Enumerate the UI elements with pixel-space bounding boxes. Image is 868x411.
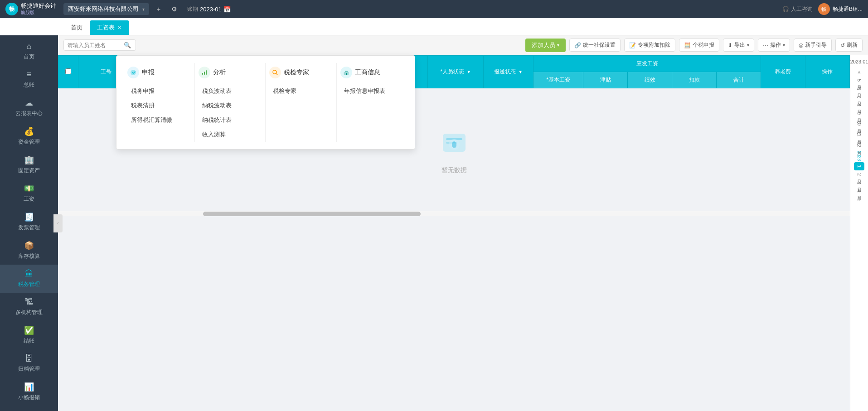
search-input[interactable]: [68, 42, 122, 48]
dropdown-item-tax-declaration[interactable]: 税务申报: [127, 84, 191, 98]
month-8[interactable]: 8月: [854, 101, 864, 109]
tax-dropdown-menu: 申报 税务申报 税表清册 所得税汇算清缴 分析 税负波动表 纳税波动表 纳税统计…: [116, 55, 415, 150]
dropdown-item-tax-stats[interactable]: 纳税统计表: [199, 113, 262, 127]
month-9[interactable]: 9月: [854, 109, 864, 117]
dropdown-item-tax-expert[interactable]: 税检专家: [269, 84, 333, 98]
dropdown-item-tax-form[interactable]: 税表清册: [127, 98, 191, 113]
tab-close-icon[interactable]: ✕: [117, 24, 122, 31]
report-icon: 📊: [24, 382, 34, 392]
month-2[interactable]: 2月: [854, 170, 864, 179]
export-button[interactable]: ⬇ 导出 ▾: [723, 39, 754, 52]
sidebar-item-fixed-assets[interactable]: 🏢 固定资产: [0, 150, 58, 179]
month-7[interactable]: 7月: [854, 92, 864, 101]
select-all-checkbox[interactable]: [65, 68, 71, 74]
user-avatar: 畅: [818, 3, 830, 15]
month-11[interactable]: 11月: [854, 128, 864, 139]
status-filter-icon[interactable]: ▼: [466, 69, 471, 74]
search-icon: 🔍: [124, 42, 131, 48]
dropdown-section-business: 工商信息 年报信息申报表: [337, 63, 408, 142]
special-deduction-icon: 📝: [629, 42, 636, 48]
multi-org-icon: 🏗: [25, 297, 33, 307]
month-6[interactable]: 6月: [854, 84, 864, 92]
right-panel-header: 2023.01: [850, 57, 868, 67]
sidebar-label-report: 小畅报销: [18, 394, 40, 401]
headset-icon: 🎧: [782, 6, 789, 12]
settings-button[interactable]: ⚙: [168, 3, 180, 15]
sidebar-item-home[interactable]: ⌂ 首页: [0, 37, 58, 65]
add-person-button[interactable]: 添加人员 ▾: [525, 39, 566, 52]
service-label: 人工咨询: [791, 5, 813, 13]
sidebar-label-closing: 结账: [24, 337, 34, 345]
search-wrap: 🔍: [63, 39, 136, 51]
sidebar-item-inventory[interactable]: 📦 库存核算: [0, 236, 58, 265]
sidebar-item-cloud-report[interactable]: ☁ 云报表中心: [0, 93, 58, 122]
calendar-icon[interactable]: 📅: [223, 6, 231, 13]
period-value: 2023-01: [200, 6, 222, 13]
sidebar-item-multi-org[interactable]: 🏗 多机构管理: [0, 293, 58, 321]
user-info[interactable]: 畅 畅捷通B组...: [818, 3, 863, 15]
svg-line-12: [276, 73, 277, 75]
scroll-down-button[interactable]: ▼: [855, 195, 863, 204]
month-12[interactable]: 12月: [854, 139, 864, 150]
sidebar-item-funds[interactable]: 💰 资金管理: [0, 122, 58, 150]
sidebar-item-invoices[interactable]: 🧾 发票管理: [0, 208, 58, 236]
tax-report-button[interactable]: 🧮 个税申报: [679, 39, 719, 52]
guide-button[interactable]: ◎ 新手引导: [794, 39, 832, 52]
dropdown-item-tax-burden[interactable]: 税负波动表: [199, 84, 262, 98]
svg-rect-10: [206, 70, 207, 75]
declaration-section-icon: [127, 67, 139, 78]
period-label: 账期: [187, 5, 198, 13]
svg-rect-8: [202, 73, 203, 75]
logo-text-wrap: 畅捷通好会计 旗舰版: [21, 2, 56, 16]
dropdown-item-annual-report[interactable]: 年报信息申报表: [340, 84, 404, 98]
tab-home[interactable]: 首页: [63, 20, 90, 35]
tab-salary[interactable]: 工资表 ✕: [90, 20, 129, 35]
sidebar-item-settings[interactable]: ⚙ 基础设置: [0, 406, 58, 411]
social-security-button[interactable]: 🔗 统一社保设置: [569, 39, 621, 52]
sidebar: ⌂ 首页 ≡ 总账 ☁ 云报表中心 💰 资金管理 🏢 固定资产 💵 工资 🧾 发…: [0, 35, 58, 411]
sidebar-item-archive[interactable]: 🗄 归档管理: [0, 349, 58, 377]
month-10[interactable]: 10月: [854, 117, 864, 128]
invoice-icon: 🧾: [24, 212, 34, 222]
special-deduction-button[interactable]: 📝 专项附加扣除: [624, 39, 675, 52]
scroll-up-button[interactable]: ▲: [855, 67, 863, 76]
closing-icon: ✅: [24, 325, 34, 335]
service-button[interactable]: 🎧 人工咨询: [782, 5, 813, 13]
month-1[interactable]: 1月: [854, 162, 864, 170]
business-title: 工商信息: [355, 68, 380, 77]
sidebar-item-tax[interactable]: 🏛 税务管理: [0, 265, 58, 293]
horizontal-scrollbar[interactable]: [58, 211, 850, 216]
sidebar-item-closing[interactable]: ✅ 结账: [0, 321, 58, 349]
company-selector[interactable]: 西安虾米网络科技有限公司 ▾: [63, 3, 149, 15]
salary-icon: 💵: [24, 184, 34, 193]
sidebar-item-ledger[interactable]: ≡ 总账: [0, 65, 58, 93]
scroll-thumb[interactable]: [203, 212, 421, 216]
refresh-icon: ↺: [840, 42, 845, 48]
operations-icon: ⋯: [763, 42, 768, 48]
operations-button[interactable]: ⋯ 操作 ▾: [758, 39, 790, 52]
dropdown-item-tax-wave[interactable]: 纳税波动表: [199, 98, 262, 113]
add-button[interactable]: +: [153, 3, 165, 15]
salary-tab-label: 工资表: [97, 24, 115, 32]
refresh-button[interactable]: ↺ 刷新: [835, 39, 863, 52]
funds-icon: 💰: [24, 126, 34, 136]
report-filter-icon[interactable]: ▼: [518, 69, 523, 74]
month-4[interactable]: 4月: [854, 187, 864, 195]
sidebar-item-salary[interactable]: 💵 工资: [0, 179, 58, 208]
analysis-title: 分析: [213, 68, 226, 77]
month-5[interactable]: 5月: [854, 76, 864, 84]
dropdown-item-income-forecast[interactable]: 收入测算: [199, 127, 262, 142]
main-layout: ⌂ 首页 ≡ 总账 ☁ 云报表中心 💰 资金管理 🏢 固定资产 💵 工资 🧾 发…: [0, 35, 868, 411]
svg-rect-15: [346, 73, 347, 75]
content-area: 🔍 添加人员 ▾ 🔗 统一社保设置 📝 专项附加扣除 🧮 个税申报 ⬇ 导出: [58, 35, 868, 411]
business-section-icon: [340, 67, 352, 78]
user-name: 畅捷通B组...: [833, 5, 863, 13]
ledger-icon: ≡: [27, 70, 32, 79]
inventory-icon: 📦: [24, 241, 34, 251]
th-basic: *基本工资: [533, 72, 583, 88]
dropdown-item-income-tax[interactable]: 所得税汇算清缴: [127, 113, 191, 127]
svg-rect-6: [453, 147, 456, 148]
sidebar-collapse-button[interactable]: ‹: [53, 214, 63, 232]
sidebar-item-report[interactable]: 📊 小畅报销: [0, 377, 58, 406]
month-3[interactable]: 3月: [854, 179, 864, 187]
